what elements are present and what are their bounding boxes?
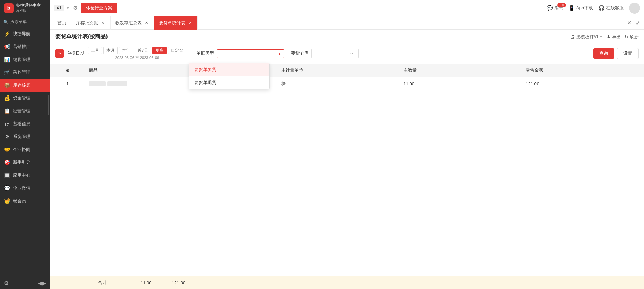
warehouse-label: 要货仓库: [291, 50, 309, 57]
date-btn-last-month[interactable]: 上月: [88, 47, 102, 54]
date-value: 2023-05-06 至 2023-06-06: [115, 55, 159, 60]
tab-close-shipment[interactable]: ✕: [144, 20, 149, 26]
tab-order-stats[interactable]: 要货单统计表 ✕: [154, 16, 198, 30]
enterprise-icon: 🤝: [4, 147, 10, 153]
filter-expand-btn[interactable]: »: [55, 49, 64, 58]
tab-close-all-icon[interactable]: ✕: [626, 18, 633, 27]
export-icon: ⬇: [607, 34, 611, 39]
store-selector[interactable]: 41 ▼: [54, 5, 70, 11]
date-btn-this-year[interactable]: 本年: [119, 47, 133, 54]
service-icon: 🎧: [598, 5, 605, 11]
page-content: 要货单统计表(按商品) 🖨 按模板打印 ▼ ⬇ 导出 ↻ 刷新: [50, 30, 644, 289]
sidebar-item-finance[interactable]: 💰 资金管理: [0, 92, 50, 105]
col-settings-header[interactable]: ⚙: [50, 64, 85, 77]
table-header-row: ⚙ 商品 主计量单位 主数量 零售金额: [50, 64, 644, 77]
industry-btn[interactable]: 体验行业方案: [81, 3, 117, 13]
purchase-icon: 🛒: [4, 69, 10, 75]
logo-icon: b: [4, 3, 14, 13]
sidebar-item-member[interactable]: 👑 畅会员: [0, 195, 50, 207]
filter-warehouse-group: 要货仓库: [291, 49, 359, 58]
footer-label: 合计: [98, 280, 107, 286]
settings-icon[interactable]: ⚙: [4, 280, 9, 286]
type-dropdown: 要货单要货 要货单退货: [189, 63, 270, 89]
basic-icon: 🗂: [4, 121, 10, 127]
settings-gear-icon[interactable]: ⚙: [73, 5, 78, 11]
collapse-icon[interactable]: ◀▶: [38, 280, 46, 286]
cell-seq: 1: [50, 77, 85, 90]
query-btn[interactable]: 查询: [593, 48, 614, 59]
tab-close-batch[interactable]: ✕: [100, 20, 105, 26]
date-btn-custom[interactable]: 自定义: [168, 47, 186, 54]
col-quantity-header: 主数量: [400, 64, 522, 77]
settings-btn[interactable]: 设置: [617, 48, 639, 59]
date-btns: 上月 本月 本年 近7天 更多 自定义: [88, 47, 186, 54]
sidebar-item-sales[interactable]: 📊 销售管理: [0, 53, 50, 66]
sidebar-item-purchase[interactable]: 🛒 采购管理: [0, 66, 50, 79]
logo: b 畅捷通好生意 标准版: [0, 0, 50, 16]
sidebar-item-wechat[interactable]: 💬 企业微信: [0, 182, 50, 195]
print-icon: 🖨: [570, 34, 575, 39]
sidebar-item-app-center[interactable]: 🔲 应用中心: [0, 169, 50, 182]
tab-close-order[interactable]: ✕: [187, 20, 193, 26]
sidebar-item-marketing[interactable]: 📢 营销推广: [0, 40, 50, 53]
app-center-icon: 🔲: [4, 172, 10, 178]
sidebar-item-system[interactable]: ⚙ 系统管理: [0, 130, 50, 143]
wechat-icon: 💬: [4, 185, 10, 191]
date-btn-this-month[interactable]: 本月: [103, 47, 118, 54]
table-wrap: ⚙ 商品 主计量单位 主数量 零售金额 1: [50, 64, 644, 276]
tab-batch-account[interactable]: 库存批次账 ✕: [71, 16, 111, 30]
warehouse-input[interactable]: [311, 49, 359, 58]
header-right: 💬 消息 99+ 📱 App下载 🎧 在线客服: [547, 3, 640, 14]
sidebar-item-enterprise[interactable]: 🤝 企业协同: [0, 143, 50, 156]
newbie-icon: 🎯: [4, 159, 10, 165]
page-header-actions: 🖨 按模板打印 ▼ ⬇ 导出 ↻ 刷新: [570, 34, 639, 40]
tab-home[interactable]: 首页: [53, 16, 71, 30]
page-header: 要货单统计表(按商品) 🖨 按模板打印 ▼ ⬇ 导出 ↻ 刷新: [50, 30, 644, 43]
app-download-btn[interactable]: 📱 App下载: [569, 5, 593, 11]
col-unit-header: 主计量单位: [277, 64, 400, 77]
tab-shipment-summary[interactable]: 收发存汇总表 ✕: [111, 16, 154, 30]
col-settings-icon: ⚙: [66, 68, 70, 73]
type-input-field[interactable]: [220, 51, 276, 56]
tab-expand-icon[interactable]: ⤢: [634, 18, 641, 27]
message-icon: 💬: [547, 5, 553, 11]
sidebar-item-quick-nav[interactable]: ⚡ 快捷导航: [0, 27, 50, 40]
logo-text: 畅捷通好生意 标准版: [16, 3, 41, 13]
download-icon: 📱: [569, 5, 575, 11]
type-input[interactable]: [217, 49, 284, 58]
table-row: 1 块 11.00 121.00: [50, 77, 644, 90]
type-dropdown-up-icon[interactable]: [278, 51, 281, 56]
sidebar-item-inventory[interactable]: 📦 库存核算: [0, 79, 50, 92]
warehouse-dots-icon: [348, 50, 354, 57]
date-btn-last7[interactable]: 近7天: [135, 47, 151, 54]
print-template-btn[interactable]: 🖨 按模板打印 ▼: [570, 34, 603, 40]
sidebar-nav: ⚡ 快捷导航 📢 营销推广 📊 销售管理 🛒 采购管理 📦 库存核算 💰 资金管…: [0, 27, 50, 277]
filter-bar: » 单据日期 上月 本月 本年 近7天 更多 自定义 2023-05-06 至 …: [50, 43, 644, 64]
system-icon: ⚙: [4, 134, 10, 140]
sidebar-item-operation[interactable]: 📋 经营管理: [0, 105, 50, 117]
refresh-btn[interactable]: ↻ 刷新: [625, 34, 639, 40]
inventory-icon: 📦: [4, 82, 10, 88]
store-dropdown-icon: ▼: [66, 6, 70, 10]
finance-icon: 💰: [4, 95, 10, 101]
data-table: ⚙ 商品 主计量单位 主数量 零售金额 1: [50, 64, 644, 90]
table-footer: 合计 11.00 121.00: [50, 276, 644, 289]
main: 41 ▼ ⚙ 体验行业方案 💬 消息 99+ 📱 App下载 🎧 在线客服 首页: [50, 0, 644, 289]
cell-amount: 121.00: [522, 77, 644, 90]
footer-quantity: 11.00: [141, 280, 152, 285]
sidebar-search[interactable]: 🔍 搜索菜单: [0, 16, 50, 27]
dropdown-item-order-return[interactable]: 要货单退货: [189, 76, 269, 89]
export-btn[interactable]: ⬇ 导出: [607, 34, 621, 40]
sidebar-item-basic[interactable]: 🗂 基础信息: [0, 117, 50, 130]
type-label: 单据类型: [196, 50, 214, 57]
date-btn-more[interactable]: 更多: [152, 47, 167, 54]
sidebar-item-newbie[interactable]: 🎯 新手引导: [0, 156, 50, 169]
search-icon: 🔍: [3, 20, 8, 24]
avatar[interactable]: [629, 3, 640, 14]
dropdown-item-order-goods[interactable]: 要货单要货: [189, 63, 269, 76]
print-dropdown-icon: ▼: [599, 35, 603, 39]
sales-icon: 📊: [4, 57, 10, 63]
online-service-btn[interactable]: 🎧 在线客服: [598, 5, 624, 11]
warehouse-input-field[interactable]: [314, 51, 348, 56]
messages-btn[interactable]: 💬 消息 99+: [547, 5, 563, 11]
